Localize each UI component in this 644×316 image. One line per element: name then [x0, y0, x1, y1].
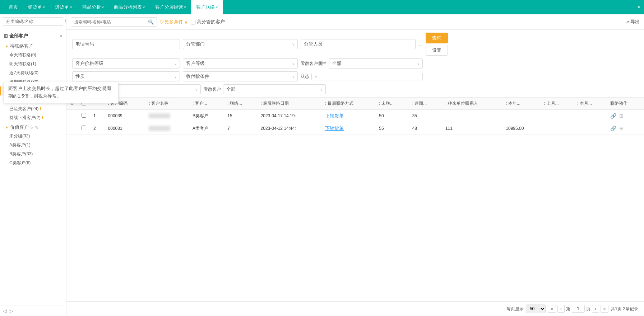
col-unit-contact[interactable]: : 往来单位联系人: [442, 98, 502, 110]
sidebar-item-class-b[interactable]: B类客户(33): [0, 150, 66, 159]
nav-home[interactable]: 首页: [4, 0, 23, 14]
filter-nature[interactable]: 性质 ∨: [72, 71, 180, 81]
filter-row-4: … 客户类型 ∨ 零散客户 全部 ∨: [72, 84, 638, 94]
chevron-down-icon-9: ∨: [320, 88, 323, 91]
export-button[interactable]: ↗ 导出: [625, 19, 640, 25]
search-icon[interactable]: 🔍: [145, 19, 157, 25]
sidebar-item-class-c[interactable]: C类客户(6): [0, 159, 66, 168]
sidebar-item-7days[interactable]: 近7天待联络(0): [0, 69, 66, 77]
col-uncontacted[interactable]: : 未联...: [375, 98, 408, 110]
next-page-btn[interactable]: ›: [592, 305, 599, 313]
last-page-btn[interactable]: »: [601, 305, 609, 313]
row2-last-month: [541, 122, 574, 135]
search-input[interactable]: [71, 18, 145, 26]
nav-analysis-list[interactable]: 商品分析列表 ×: [109, 0, 150, 14]
main-layout: 🔍 ⊞ 全部客户 » ▼ 待联络客户 今天待联络(0) 明天待联络(1) 近7天…: [0, 14, 644, 316]
row1-contact: 15: [224, 110, 257, 122]
col-last-method[interactable]: : 最后联络方式: [321, 98, 375, 110]
col-contact[interactable]: : 联络...: [224, 98, 257, 110]
filter-payment[interactable]: 收付款条件 ∨: [183, 71, 298, 81]
row1-last-month: [541, 110, 574, 122]
filter-phone[interactable]: 电话号码: [72, 39, 180, 49]
sidebar-left-icon[interactable]: ◁: [3, 308, 7, 314]
sidebar-section-value[interactable]: ▼ 价值客户 ○ ✎: [0, 122, 66, 132]
col-this-month[interactable]: : 本月...: [574, 98, 607, 110]
nav-analysis-close[interactable]: ×: [102, 5, 104, 9]
row1-checkbox[interactable]: [82, 113, 86, 118]
filter-dept[interactable]: 分管部门 ∨: [183, 39, 298, 49]
page-label: 第: [566, 306, 570, 312]
sidebar-item-churned[interactable]: 已流失客户(24) ℹ: [0, 104, 66, 113]
row2-check: [78, 122, 90, 135]
value-customer-edit[interactable]: ✎: [34, 125, 38, 130]
nav-purchase-close[interactable]: ×: [70, 5, 72, 9]
col-last-month[interactable]: : 上月...: [541, 98, 574, 110]
nav-analysis-list-close[interactable]: ×: [143, 5, 145, 9]
filter-customer-level[interactable]: 客户等级 ∨: [183, 58, 298, 69]
row1-uncontacted: 50: [375, 110, 408, 122]
nav-analysis[interactable]: 商品分析 ×: [77, 0, 109, 14]
my-customer-checkbox[interactable]: [191, 20, 195, 24]
row2-link-icon[interactable]: 🔗: [610, 126, 616, 131]
row2-contact: 7: [224, 122, 257, 135]
table-area: ⚙ : 客户编码 : 客户名称 : 客户... : 联络... : 最后联络日期…: [66, 98, 644, 296]
prev-page-btn[interactable]: ‹: [557, 305, 565, 313]
col-name[interactable]: : 客户名称: [145, 98, 189, 110]
settings-button[interactable]: 设置: [426, 45, 448, 56]
pagination-bar: 每页显示 50 100 200 « ‹ 第 页 › » 共1页 2条记录: [66, 301, 644, 316]
close-all-tabs[interactable]: ×: [637, 4, 640, 10]
sidebar-search-input[interactable]: [3, 17, 63, 26]
per-page-select[interactable]: 50 100 200: [526, 305, 546, 313]
row2-grid-icon[interactable]: ⊞: [619, 126, 624, 131]
sidebar-item-tomorrow[interactable]: 明天待联络(1): [0, 60, 66, 69]
col-overdue[interactable]: : 逾期...: [409, 98, 442, 110]
row1-grid-icon[interactable]: ⊞: [619, 113, 624, 119]
arrow-icon: ▼: [5, 44, 9, 48]
col-last-date[interactable]: : 最后联络日期: [257, 98, 322, 110]
horizontal-scrollbar[interactable]: [66, 296, 644, 301]
sidebar-collapse-btn[interactable]: »: [60, 33, 62, 38]
sidebar-item-declining[interactable]: 持续下滑客户(2) ℹ: [0, 113, 66, 122]
filter-row-2: 客户价格等级 ∨ 客户等级 ∨ 零散客户属性 全部 ∨: [72, 58, 638, 69]
filter-manager-dots[interactable]: …: [417, 41, 423, 47]
row2-this-year: 10995.00: [502, 122, 541, 135]
nav-purchase[interactable]: 进货单 ×: [50, 0, 77, 14]
filter-manager[interactable]: 分管人员: [301, 39, 416, 49]
chevron-down-icon: ∨: [292, 42, 295, 46]
row2-last-date: 2023-04-12 14:44:: [257, 122, 322, 135]
nav-customer-segment[interactable]: 客户分层经营 ×: [150, 0, 191, 14]
chevron-down-icon-4: ∨: [417, 62, 420, 66]
nav-customer-contact-close[interactable]: ×: [216, 5, 218, 9]
nav-sales[interactable]: 销货单 ×: [23, 0, 50, 14]
filter-status[interactable]: ∨: [311, 73, 423, 80]
sidebar-item-ungroup[interactable]: 未分组(32): [0, 132, 66, 141]
page-number-input[interactable]: [572, 305, 585, 313]
sidebar-item-today[interactable]: 今天待联络(0): [0, 51, 66, 60]
sidebar-section-pending[interactable]: ▼ 待联络客户: [0, 41, 66, 51]
col-type[interactable]: : 客户...: [189, 98, 224, 110]
row1-code: 000039: [105, 110, 145, 122]
filter-row-1: 电话号码 分管部门 ∨ 分管人员 … 查询 设置: [72, 33, 638, 56]
more-filter-btn[interactable]: ▽ 更多条件 ∧: [160, 19, 188, 25]
col-this-year[interactable]: : 本年...: [502, 98, 541, 110]
filter-icon: ▽: [160, 19, 163, 25]
sidebar-item-class-a[interactable]: A类客户(1): [0, 141, 66, 150]
filter-price-level[interactable]: 客户价格等级 ∨: [72, 58, 180, 69]
query-button[interactable]: 查询: [426, 33, 448, 43]
row2-this-month: [574, 122, 607, 135]
filter-scatter-customer[interactable]: 全部 ∨: [223, 84, 326, 94]
row1-link-icon[interactable]: 🔗: [610, 113, 616, 119]
row2-gear: [66, 122, 78, 135]
sidebar-root-item[interactable]: ⊞ 全部客户 »: [0, 30, 66, 41]
first-page-btn[interactable]: «: [548, 305, 556, 313]
nav-customer-contact[interactable]: 客户联络 ×: [191, 0, 223, 14]
sidebar-search-area: 🔍: [0, 14, 66, 28]
nav-sales-close[interactable]: ×: [43, 5, 45, 9]
row2-unit-contact: 111: [442, 122, 502, 135]
nav-customer-segment-close[interactable]: ×: [184, 5, 186, 9]
sidebar-right-icon[interactable]: ▷: [9, 308, 13, 314]
my-customer-filter[interactable]: 我分管的客户: [191, 19, 225, 25]
filter-scatter-attr[interactable]: 全部 ∨: [329, 58, 423, 69]
row2-checkbox[interactable]: [82, 126, 86, 130]
value-customer-circle[interactable]: ○: [30, 125, 33, 130]
